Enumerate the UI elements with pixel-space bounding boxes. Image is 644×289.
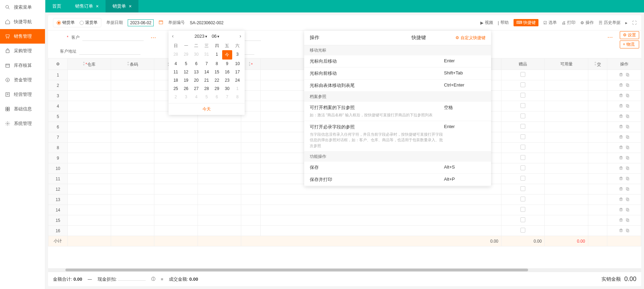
copy-row-icon[interactable]: [625, 218, 630, 223]
gift-cell[interactable]: [501, 143, 545, 153]
gift-cell[interactable]: [501, 215, 545, 226]
col-barcode[interactable]: ▴▾条码: [111, 58, 154, 70]
calendar-day[interactable]: 5: [201, 93, 212, 101]
copy-row-icon[interactable]: [625, 166, 630, 171]
gift-cell[interactable]: [501, 122, 545, 132]
calendar-day[interactable]: 10: [232, 60, 243, 68]
gift-cell[interactable]: [501, 163, 545, 174]
delete-row-icon[interactable]: [619, 114, 623, 119]
copy-row-icon[interactable]: [625, 207, 630, 213]
copy-row-icon[interactable]: [625, 145, 630, 151]
delete-row-icon[interactable]: [619, 228, 623, 234]
sidebar-item-search[interactable]: 搜索菜单: [0, 0, 45, 15]
delete-row-icon[interactable]: [619, 103, 623, 109]
copy-row-icon[interactable]: [625, 114, 630, 119]
radio-return[interactable]: 退货单: [80, 20, 98, 26]
calendar-icon[interactable]: [158, 20, 163, 26]
copy-row-icon[interactable]: [625, 176, 630, 182]
calendar-day[interactable]: 29: [212, 84, 222, 93]
tab-home[interactable]: 首页: [45, 0, 68, 12]
delete-row-icon[interactable]: [619, 197, 623, 202]
calendar-day[interactable]: 26: [181, 84, 191, 93]
calendar-day[interactable]: 29: [181, 50, 191, 60]
calendar-day[interactable]: 22: [212, 76, 222, 84]
ops-button[interactable]: ⚙ 操作: [580, 20, 594, 26]
today-button[interactable]: 今天: [169, 103, 245, 115]
delete-row-icon[interactable]: [619, 207, 623, 213]
delete-row-icon[interactable]: [619, 93, 623, 99]
calendar-day[interactable]: 4: [171, 60, 181, 68]
expand-button[interactable]: ⛶: [632, 20, 636, 25]
copy-row-icon[interactable]: [625, 228, 630, 234]
copy-row-icon[interactable]: [625, 103, 630, 109]
calendar-day[interactable]: 31: [201, 50, 212, 60]
calendar-day[interactable]: 14: [201, 68, 212, 76]
gift-cell[interactable]: [501, 132, 545, 143]
calendar-day[interactable]: 13: [191, 68, 201, 76]
col-deliver[interactable]: ▴▾交: [588, 58, 607, 70]
gift-cell[interactable]: [501, 101, 545, 111]
table-row[interactable]: 13: [48, 195, 641, 205]
col-warehouse[interactable]: ▴▾*仓库: [67, 58, 111, 70]
calendar-day[interactable]: 19: [181, 76, 191, 84]
delete-row-icon[interactable]: [619, 83, 623, 88]
gift-cell[interactable]: [501, 174, 545, 184]
calendar-day[interactable]: 5: [181, 60, 191, 68]
close-icon[interactable]: ×: [96, 3, 99, 9]
sidebar-item-quicknav[interactable]: 快捷导航: [0, 15, 45, 29]
gift-cell[interactable]: [501, 111, 545, 122]
sidebar-item-purchase[interactable]: 采购管理: [0, 44, 45, 58]
delete-row-icon[interactable]: [619, 135, 623, 140]
calendar-day[interactable]: 20: [191, 76, 201, 84]
copy-row-icon[interactable]: [625, 93, 630, 99]
tab-sales-order[interactable]: 销售订单×: [68, 0, 106, 12]
year-select[interactable]: 2023: [194, 34, 205, 39]
col-gift[interactable]: 赠品: [501, 58, 545, 70]
calendar-day[interactable]: 7: [201, 60, 212, 68]
date-input[interactable]: 2023-06-02: [128, 19, 154, 26]
logistics-button[interactable]: + 物流: [620, 40, 639, 48]
gift-cell[interactable]: [501, 70, 545, 80]
calendar-day[interactable]: 28: [201, 84, 212, 93]
hotkey-button[interactable]: ⌨ 快捷键: [514, 19, 538, 26]
help-icon[interactable]: ⓘ: [151, 276, 155, 282]
delete-row-icon[interactable]: [619, 145, 623, 151]
radio-sale[interactable]: 销货单: [57, 20, 75, 26]
close-icon[interactable]: ×: [129, 3, 131, 9]
more-icon[interactable]: ⋯: [607, 34, 614, 40]
delete-row-icon[interactable]: [619, 187, 623, 192]
calendar-day[interactable]: 3: [232, 50, 243, 60]
calendar-day[interactable]: 9: [222, 60, 233, 68]
calendar-day[interactable]: 30: [191, 50, 201, 60]
copy-row-icon[interactable]: [625, 155, 630, 161]
calendar-day[interactable]: 23: [222, 76, 233, 84]
calendar-day[interactable]: 今: [222, 50, 233, 60]
calendar-day[interactable]: 8: [232, 93, 243, 101]
copy-row-icon[interactable]: [625, 83, 630, 88]
address-input[interactable]: [79, 48, 140, 55]
delete-row-icon[interactable]: [619, 72, 623, 78]
custom-hotkey-button[interactable]: ⚙自定义快捷键: [455, 35, 486, 41]
table-row[interactable]: 16: [48, 226, 641, 236]
gift-cell[interactable]: [501, 226, 545, 236]
gift-cell[interactable]: [501, 205, 545, 215]
copy-row-icon[interactable]: [625, 135, 630, 140]
copy-row-icon[interactable]: [625, 197, 630, 202]
calendar-day[interactable]: 3: [181, 93, 191, 101]
calendar-day[interactable]: 4: [191, 93, 201, 101]
calendar-day[interactable]: 1: [232, 84, 243, 93]
copy-row-icon[interactable]: [625, 72, 630, 78]
delete-row-icon[interactable]: [619, 218, 623, 223]
calendar-day[interactable]: 24: [232, 76, 243, 84]
col-settings[interactable]: ⚙: [48, 58, 68, 70]
more-icon[interactable]: ⋯: [151, 34, 157, 41]
calendar-day[interactable]: 21: [201, 76, 212, 84]
calendar-day[interactable]: 25: [171, 84, 181, 93]
table-row[interactable]: 15: [48, 215, 641, 226]
video-button[interactable]: ▶ 视频: [480, 20, 493, 26]
calendar-day[interactable]: 12: [181, 68, 191, 76]
calendar-day[interactable]: 11: [171, 68, 181, 76]
calendar-day[interactable]: 18: [171, 76, 181, 84]
calendar-day[interactable]: 27: [191, 84, 201, 93]
sidebar-item-system[interactable]: 系统管理: [0, 116, 45, 131]
